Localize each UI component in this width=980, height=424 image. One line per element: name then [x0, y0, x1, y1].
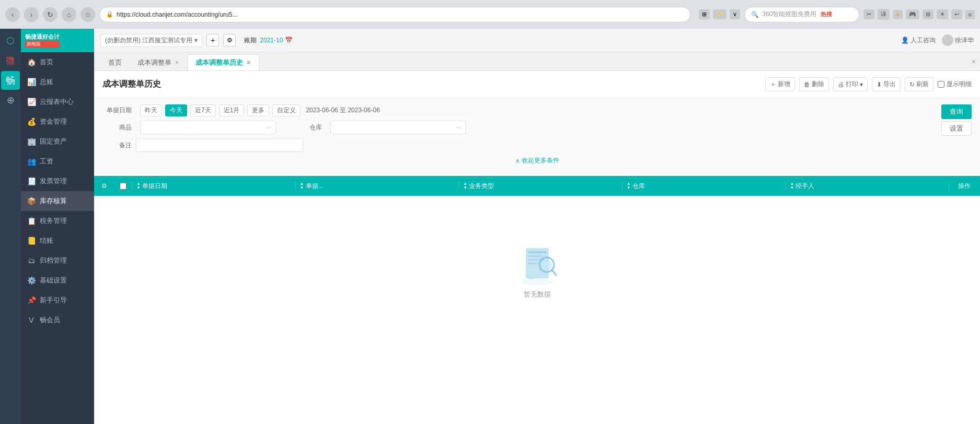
export-button[interactable]: ⬇ 导出: [872, 77, 901, 91]
th-number[interactable]: ▲▼ 单据...: [295, 182, 459, 191]
grid-btn[interactable]: ⊞: [699, 9, 710, 19]
sidebar-item-payroll[interactable]: 👥 工资: [21, 151, 94, 171]
calendar-icon[interactable]: 📅: [285, 37, 293, 44]
sidebar-item-member[interactable]: V 畅会员: [21, 310, 94, 330]
query-button[interactable]: 查询: [941, 104, 972, 119]
warehouse-more-icon: ···: [456, 124, 462, 131]
tab-cost-adjust-history[interactable]: 成本调整单历史 ×: [188, 54, 259, 70]
user-profile[interactable]: 徐泽华: [942, 34, 974, 46]
scissors-btn[interactable]: ✂: [863, 9, 874, 19]
refresh-button[interactable]: ↻ 刷新: [905, 77, 933, 91]
table-header: ⚙ ▲▼ 单据日期 ▲▼ 单据... ▲▼ 业务类型: [94, 176, 980, 196]
forward-button[interactable]: ›: [24, 7, 39, 22]
search-bar[interactable]: 🔍 360智能抠图免费用 热搜: [744, 7, 859, 22]
reload-button[interactable]: ↻: [43, 7, 57, 22]
th-check[interactable]: [114, 183, 132, 190]
sidebar-item-reports[interactable]: 📈 云报表中心: [21, 92, 94, 112]
select-all-checkbox[interactable]: [120, 183, 126, 190]
tab-cost-adjust-history-close[interactable]: ×: [246, 59, 251, 66]
note-input[interactable]: [136, 138, 303, 152]
undo-btn[interactable]: ↩: [951, 9, 962, 19]
date-btn-group: 昨天 今天 近7天 近1月 更多 自定义 2023-06-06 至 2023-0…: [140, 104, 380, 116]
service-btn[interactable]: 👤 人工咨询: [901, 36, 936, 45]
sidebar-item-inventory[interactable]: 📦 库存核算: [21, 191, 94, 211]
translate-btn[interactable]: 译: [878, 9, 890, 20]
sidebar-item-funds[interactable]: 💰 资金管理: [21, 112, 94, 132]
lock-icon: 🔒: [106, 11, 113, 18]
plus-icon: ＋: [770, 80, 776, 89]
tab-cost-adjust[interactable]: 成本调整单 ×: [130, 54, 188, 70]
main-content: (勿删勿禁用) 江西服宝测试专用 ▾ + ⚙ 账期 2021-10 📅 👤 人工…: [94, 29, 980, 424]
th-business-type[interactable]: ▲▼ 业务类型: [458, 182, 622, 191]
sidebar-item-ledger[interactable]: 📊 总账: [21, 72, 94, 92]
coin-btn[interactable]: ¥: [893, 10, 902, 19]
date-btn-1month[interactable]: 近1月: [219, 104, 245, 116]
display-label: 显示明细: [947, 80, 972, 89]
th-actions-label: 操作: [958, 182, 971, 191]
date-btn-yesterday[interactable]: 昨天: [140, 104, 162, 116]
icon-bar-item4[interactable]: ⊕: [1, 91, 20, 110]
tab-cost-adjust-close[interactable]: ×: [174, 59, 180, 66]
export-icon: ⬇: [877, 81, 882, 88]
print-button[interactable]: 🖨 打印 ▾: [833, 77, 868, 91]
company-selector[interactable]: (勿删勿禁用) 江西服宝测试专用 ▾: [100, 34, 202, 47]
apps-btn[interactable]: ⊞: [923, 9, 933, 19]
new-button[interactable]: ＋ 新增: [765, 77, 795, 91]
th-settings[interactable]: ⚙: [94, 182, 114, 190]
filter-settings-button[interactable]: 设置: [941, 121, 972, 136]
note-filter-label: 备注: [102, 141, 132, 150]
lightning-btn[interactable]: ⚡: [713, 9, 727, 19]
user-name: 徐泽华: [955, 36, 974, 45]
new-label: 新增: [778, 80, 790, 89]
search-icon: 🔍: [751, 11, 759, 18]
collapse-button[interactable]: ∧ 收起更多条件: [515, 156, 559, 165]
icon-bar-weibo[interactable]: 微: [1, 51, 20, 70]
address-bar[interactable]: 🔒 https://cloud.chanjet.com/accounting/u…: [99, 7, 690, 22]
th-warehouse[interactable]: ▲▼ 仓库: [622, 182, 786, 191]
filter-right-buttons: 查询 设置: [941, 104, 972, 136]
warehouse-filter-label: 仓库: [293, 123, 322, 132]
reports-icon: 📈: [27, 98, 36, 106]
settings-icon: ⚙️: [27, 276, 36, 285]
sidebar-logo[interactable]: 畅捷通好会计 旗舰版: [21, 29, 94, 52]
brightness-btn[interactable]: ☀: [937, 9, 948, 19]
date-btn-custom[interactable]: 自定义: [272, 104, 301, 116]
svg-rect-3: [528, 255, 543, 257]
menu-btn[interactable]: ≡: [965, 10, 975, 19]
game-btn[interactable]: 🎮: [906, 9, 919, 19]
date-btn-more[interactable]: 更多: [247, 104, 269, 116]
settings-gear-icon: ⚙: [101, 182, 107, 190]
refresh-label: 刷新: [916, 80, 929, 89]
icon-bar-chanjet[interactable]: 畅: [1, 71, 20, 90]
sidebar-item-settings[interactable]: ⚙️ 基础设置: [21, 270, 94, 290]
th-date[interactable]: ▲▼ 单据日期: [132, 182, 295, 191]
sidebar-item-archive[interactable]: 🗂 归档管理: [21, 251, 94, 270]
add-tab-button[interactable]: +: [206, 34, 219, 46]
sidebar-item-invoice[interactable]: 🧾 发票管理: [21, 171, 94, 191]
settings-cog-button[interactable]: ⚙: [223, 34, 236, 46]
date-btn-today[interactable]: 今天: [165, 104, 187, 116]
home-button[interactable]: ⌂: [62, 7, 76, 22]
tab-bar-close-icon[interactable]: ×: [972, 57, 976, 66]
sidebar-logo-text: 畅捷通好会计: [25, 33, 60, 40]
th-handler[interactable]: ▲▼ 经手人: [785, 182, 949, 191]
icon-bar-app[interactable]: ⬡: [1, 31, 20, 50]
sidebar-item-guide[interactable]: 📌 新手引导: [21, 290, 94, 310]
sidebar-item-home[interactable]: 🏠 首页: [21, 52, 94, 72]
svg-point-7: [541, 260, 552, 270]
warehouse-select[interactable]: ···: [330, 121, 466, 134]
tab-home[interactable]: 首页: [100, 54, 130, 70]
back-button[interactable]: ‹: [5, 7, 20, 22]
product-select[interactable]: ···: [140, 121, 276, 134]
print-label: 打印: [846, 80, 858, 89]
date-range-display: 2023-06-06 至 2023-06-06: [306, 106, 379, 115]
sidebar-item-closing[interactable]: 📒 结账: [21, 231, 94, 251]
delete-button[interactable]: 🗑 删除: [799, 77, 829, 91]
bookmark-button[interactable]: ☆: [80, 7, 95, 22]
chevron-down-btn[interactable]: ∨: [730, 9, 740, 19]
display-checkbox[interactable]: [938, 81, 944, 88]
sidebar-item-assets[interactable]: 🏢 固定资产: [21, 132, 94, 151]
sidebar-item-tax[interactable]: 📋 税务管理: [21, 211, 94, 231]
date-btn-7days[interactable]: 近7天: [190, 104, 216, 116]
sidebar-label-closing: 结账: [40, 236, 53, 245]
